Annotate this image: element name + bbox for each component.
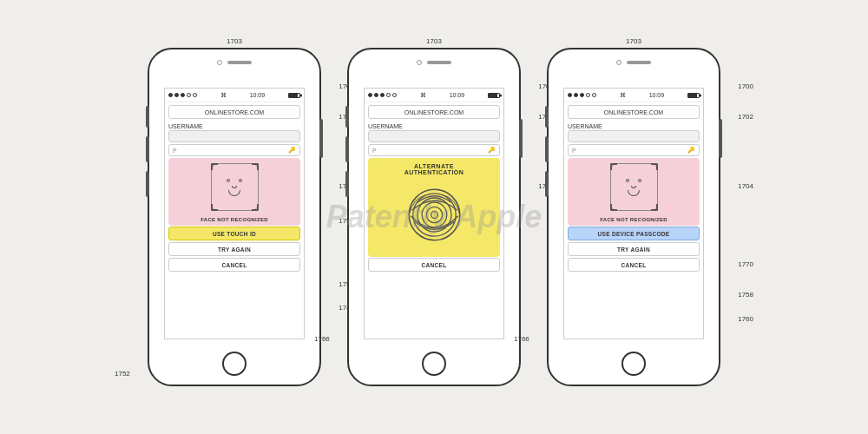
face-eyes-1 xyxy=(227,179,242,182)
home-button-2[interactable] xyxy=(422,352,446,376)
key-icon-1: 🔑 xyxy=(288,147,296,154)
ref-1758-phone3: 1758 xyxy=(738,291,753,299)
url-bar-1[interactable]: ONLINESTORE.COM xyxy=(168,105,300,119)
auth-panel-2: ALTERNATEAUTHENTICATION xyxy=(368,158,500,257)
alt-auth-title: ALTERNATEAUTHENTICATION xyxy=(401,158,468,177)
cancel-btn-1[interactable]: CANCEL xyxy=(168,258,300,272)
wifi-icon-2: ⌘ xyxy=(420,92,426,99)
auth-panel-3: FACE NOT RECOGNIZED xyxy=(568,158,700,226)
ref-1770-phone3: 1770 xyxy=(738,260,753,268)
home-button-3[interactable] xyxy=(621,352,646,376)
side-right-1 xyxy=(319,119,323,158)
use-device-passcode-btn[interactable]: USE DEVICE PASSCODE xyxy=(568,227,700,240)
status-bar-1: ⌘ 10:09 xyxy=(165,89,304,102)
wifi-icon-1: ⌘ xyxy=(220,92,227,99)
side-right-2 xyxy=(519,119,523,158)
face-not-recognized-1: FACE NOT RECOGNIZED xyxy=(201,214,268,226)
wifi-icon-3: ⌘ xyxy=(620,92,626,99)
face-nose-3 xyxy=(631,186,636,188)
password-field-2[interactable]: P 🔑 xyxy=(368,144,500,156)
side-left-top-3 xyxy=(545,106,549,128)
eye-left-1 xyxy=(227,179,230,182)
eye-left-3 xyxy=(626,179,629,182)
screen-2: ⌘ 10:09 ONLINESTORE.COM USERNAME P 🔑 ALT… xyxy=(364,88,504,339)
password-placeholder-2: P xyxy=(372,148,377,154)
battery-2 xyxy=(488,93,500,98)
try-again-label-1: TRY AGAIN xyxy=(218,247,251,253)
svg-point-3 xyxy=(422,202,447,227)
cancel-label-1: CANCEL xyxy=(222,262,247,268)
password-field-1[interactable]: P 🔑 xyxy=(168,144,300,156)
key-icon-2: 🔑 xyxy=(488,147,496,154)
password-placeholder-3: P xyxy=(572,148,576,154)
screen-3: ⌘ 10:09 ONLINESTORE.COM USERNAME P 🔑 xyxy=(563,88,704,339)
ref-1766-phone3: 1766 xyxy=(514,335,529,343)
side-left-bot-3 xyxy=(545,171,549,197)
corner-tl-1 xyxy=(211,163,218,170)
camera-2 xyxy=(417,60,422,65)
side-left-mid-1 xyxy=(146,136,149,162)
svg-point-5 xyxy=(431,211,437,218)
camera-1 xyxy=(217,60,222,65)
dot3 xyxy=(181,93,185,97)
side-left-top-2 xyxy=(345,106,349,128)
use-touch-id-btn[interactable]: USE TOUCH ID xyxy=(168,227,300,240)
battery-1 xyxy=(288,93,300,98)
phone-1-wrapper: 1703 1700 1702 1704 1754 1756 1749 1752 xyxy=(148,48,321,386)
status-bar-2: ⌘ 10:09 xyxy=(365,89,503,102)
try-again-btn-1[interactable]: TRY AGAIN xyxy=(168,242,300,256)
url-bar-2[interactable]: ONLINESTORE.COM xyxy=(368,105,500,119)
auth-panel-1: FACE NOT RECOGNIZED xyxy=(168,158,300,226)
ref-1703-phone3: 1703 xyxy=(626,37,641,45)
face-not-recognized-3: FACE NOT RECOGNIZED xyxy=(600,214,667,226)
side-left-bot-1 xyxy=(146,171,149,197)
username-label-3: USERNAME xyxy=(564,122,606,130)
cancel-btn-3[interactable]: CANCEL xyxy=(568,258,700,272)
phone-2: ⌘ 10:09 ONLINESTORE.COM USERNAME P 🔑 ALT… xyxy=(347,48,521,386)
username-field-3[interactable] xyxy=(568,130,700,142)
username-field-1[interactable] xyxy=(168,130,300,142)
side-left-mid-2 xyxy=(345,136,349,162)
side-left-mid-3 xyxy=(545,136,549,162)
phone-3-wrapper: 1703 1700 1702 1704 1770 1758 1760 1766 xyxy=(547,48,720,386)
username-field-2[interactable] xyxy=(368,130,500,142)
cancel-btn-2[interactable]: CANCEL xyxy=(368,258,500,272)
time-1: 10:09 xyxy=(250,92,266,98)
cancel-label-3: CANCEL xyxy=(621,262,647,268)
ref-1702-phone3: 1702 xyxy=(738,113,753,121)
try-again-btn-3[interactable]: TRY AGAIN xyxy=(568,242,700,256)
corner-tl-3 xyxy=(610,163,617,170)
password-field-3[interactable]: P 🔑 xyxy=(568,144,700,156)
ref-1703-phone2: 1703 xyxy=(426,37,442,45)
time-2: 10:09 xyxy=(450,92,465,98)
eye-right-1 xyxy=(239,179,242,182)
time-3: 10:09 xyxy=(649,92,665,98)
url-bar-3[interactable]: ONLINESTORE.COM xyxy=(568,105,700,119)
face-smile-3 xyxy=(628,190,640,196)
dot2 xyxy=(174,93,179,97)
username-label-2: USERNAME xyxy=(365,122,406,130)
corner-tr-3 xyxy=(651,163,658,170)
speaker-2 xyxy=(427,61,451,64)
phone-top-1 xyxy=(183,60,286,65)
corner-bl-1 xyxy=(211,204,218,211)
ref-1766-phone2: 1766 xyxy=(314,335,330,343)
ref-1704-phone3: 1704 xyxy=(738,182,753,190)
signal-dots-1 xyxy=(168,93,197,97)
dot4 xyxy=(187,93,191,97)
home-button-1[interactable] xyxy=(222,352,247,376)
phone-2-wrapper: 1703 1700 1702 1704 1766 xyxy=(347,48,521,386)
password-placeholder-1: P xyxy=(173,148,177,154)
url-text-1: ONLINESTORE.COM xyxy=(205,109,264,115)
username-label-1: USERNAME xyxy=(165,122,207,130)
ref-1760-phone3: 1760 xyxy=(738,315,753,323)
corner-bl-3 xyxy=(610,204,617,211)
battery-3 xyxy=(687,93,700,98)
side-right-3 xyxy=(719,119,722,158)
corner-tr-1 xyxy=(252,163,259,170)
url-text-2: ONLINESTORE.COM xyxy=(404,109,464,115)
phone-top-2 xyxy=(383,60,485,65)
ref-1700-phone3: 1700 xyxy=(738,82,753,90)
url-text-3: ONLINESTORE.COM xyxy=(604,109,663,115)
phone-top-3 xyxy=(582,60,685,65)
